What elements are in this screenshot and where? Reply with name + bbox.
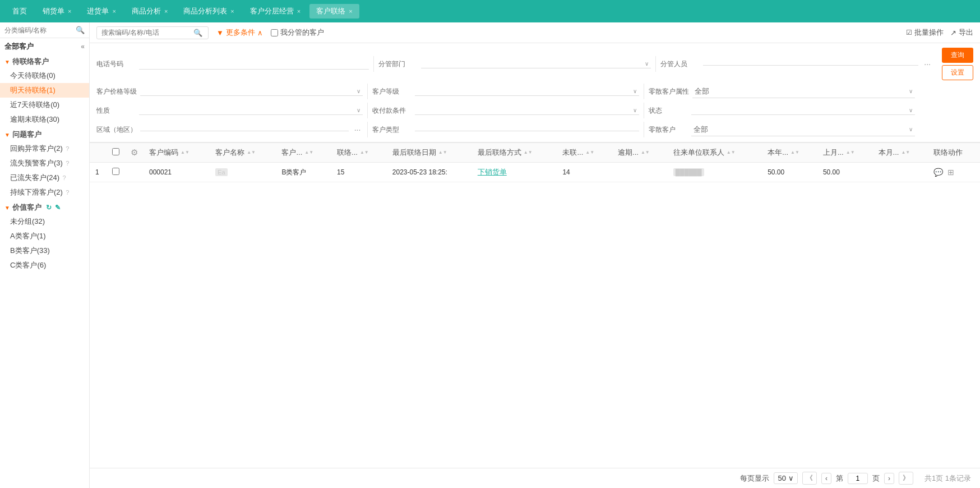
toolbar-right: ☑ 批量操作 ↗ 导出 — [906, 27, 973, 38]
search-input[interactable] — [101, 29, 191, 36]
export-btn[interactable]: ↗ 导出 — [950, 27, 973, 38]
col-this-year: 本年... ▲▼ — [762, 143, 817, 163]
prev-page-btn[interactable]: ‹ — [821, 473, 831, 484]
top-nav: 首页 销货单 × 进货单 × 商品分析 × 商品分析列表 × 客户分层经营 × … — [0, 0, 980, 22]
nav-home[interactable]: 首页 — [6, 4, 34, 19]
batch-op-btn[interactable]: ☑ 批量操作 — [906, 27, 944, 38]
sidebar-item-today[interactable]: 今天待联络(0) — [0, 68, 89, 83]
filter-status-select[interactable]: ∨ — [691, 106, 915, 115]
sort-this-month-icon[interactable]: ▲▼ — [901, 150, 910, 155]
col-last-contact-method: 最后联络方式 ▲▼ — [472, 143, 557, 163]
sidebar-item-lost[interactable]: 已流失客户(24) ? — [0, 171, 89, 185]
search-icon[interactable]: 🔍 — [193, 29, 202, 37]
collapse-sidebar-icon[interactable]: « — [81, 43, 85, 50]
sidebar-item-tomorrow[interactable]: 明天待联络(1) — [0, 83, 89, 98]
sidebar-item-ungrouped[interactable]: 未分组(32) — [0, 214, 89, 229]
close-goods-analysis-icon[interactable]: × — [164, 8, 168, 15]
filter-divider-5 — [367, 103, 368, 118]
sort-uncontact-icon[interactable]: ▲▼ — [585, 150, 594, 155]
cell-partner-contact: ██████ — [668, 163, 762, 182]
query-button[interactable]: 查询 — [942, 48, 973, 63]
sidebar-search-input[interactable] — [4, 26, 73, 34]
filter-region-select[interactable] — [140, 128, 349, 131]
sidebar-item-a-class[interactable]: A类客户(1) — [0, 229, 89, 243]
chat-action-icon[interactable]: 💬 — [933, 168, 943, 177]
filter-cust-level-select[interactable]: ∨ — [415, 87, 639, 96]
select-all-checkbox[interactable] — [112, 148, 119, 155]
sort-code-icon[interactable]: ▲▼ — [181, 150, 189, 155]
filter-retail-attr-select[interactable]: 全部 ∨ — [692, 85, 915, 98]
col-uncontact: 未联... ▲▼ — [557, 143, 612, 163]
close-customer-tier-icon[interactable]: × — [297, 8, 301, 15]
sort-contact-icon[interactable]: ▲▼ — [360, 150, 369, 155]
sidebar-item-7days[interactable]: 近7天待联络(0) — [0, 98, 89, 112]
sidebar-search-icon[interactable]: 🔍 — [76, 26, 85, 34]
sidebar-item-repurchase-abnormal[interactable]: 回购异常客户(2) ? — [0, 141, 89, 156]
filter-person-dots[interactable]: ··· — [922, 59, 933, 68]
sidebar-item-overdue-contact[interactable]: 逾期未联络(30) — [0, 112, 89, 127]
page-label: 第 — [836, 473, 843, 484]
sort-name-icon[interactable]: ▲▼ — [247, 150, 256, 155]
sidebar-item-b-class[interactable]: B类客户(33) — [0, 243, 89, 258]
filter-cust-type: 客户类型 — [372, 125, 639, 135]
filter-payment-select[interactable]: ∨ — [415, 106, 639, 115]
sort-last-method-icon[interactable]: ▲▼ — [524, 150, 533, 155]
filter-price-level-select[interactable]: ∨ — [140, 87, 363, 96]
close-sales-icon[interactable]: × — [68, 8, 71, 15]
first-page-btn[interactable]: 《 — [802, 472, 817, 485]
sort-cust-type-icon[interactable]: ▲▼ — [304, 150, 313, 155]
grid-action-icon[interactable]: ⊞ — [947, 168, 954, 177]
sort-overdue-icon[interactable]: ▲▼ — [641, 150, 650, 155]
nature-arrow: ∨ — [357, 107, 360, 113]
row-checkbox[interactable] — [112, 168, 119, 175]
table-row: 1 000021 Ea B类客户 15 2023-05-23 18:25: — [90, 163, 980, 182]
gear-icon[interactable]: ⚙ — [131, 148, 138, 157]
my-customer-checkbox[interactable] — [271, 29, 278, 36]
filter-status-label: 状态 — [649, 106, 688, 116]
filter-divider-4 — [644, 84, 644, 99]
nav-sales[interactable]: 销货单 × — [36, 4, 78, 19]
sort-partner-icon[interactable]: ▲▼ — [727, 150, 736, 155]
nav-customer-tier[interactable]: 客户分层经营 × — [243, 4, 307, 19]
filter-person-select[interactable] — [703, 63, 918, 66]
page-number-input[interactable] — [848, 473, 868, 484]
sort-last-date-icon[interactable]: ▲▼ — [438, 150, 447, 155]
filter-divider-7 — [367, 122, 368, 137]
sort-last-month-icon[interactable]: ▲▼ — [846, 150, 855, 155]
close-purchase-icon[interactable]: × — [112, 8, 115, 15]
filter-cust-level: 客户等级 ∨ — [372, 87, 639, 96]
filter-retail-cust-select[interactable]: 全部 ∨ — [691, 123, 915, 136]
refresh-value-icon[interactable]: ↻ — [46, 204, 52, 211]
edit-value-icon[interactable]: ✎ — [55, 204, 61, 211]
filter-region-dots[interactable]: ··· — [352, 125, 363, 134]
filter-nature-select[interactable]: ∨ — [139, 106, 363, 115]
content-area: 🔍 ▼ 更多条件 ∧ 我分管的客户 ☑ 批量操作 ↗ 导出 — [90, 22, 980, 488]
filter-phone-input[interactable] — [139, 59, 369, 70]
filter-cust-type-select[interactable] — [415, 128, 639, 131]
filter-icon: ▼ — [216, 29, 224, 37]
close-goods-analysis-list-icon[interactable]: × — [230, 8, 234, 15]
filter-more-btn[interactable]: ▼ 更多条件 ∧ — [213, 26, 266, 39]
contact-method-link[interactable]: 下销货单 — [478, 168, 507, 176]
filter-cust-type-label: 客户类型 — [372, 125, 412, 135]
next-page-btn[interactable]: › — [884, 473, 894, 484]
cell-index: 1 — [90, 163, 107, 182]
sidebar-item-lost-risk[interactable]: 流失预警客户(3) ? — [0, 156, 89, 171]
sidebar-item-c-class[interactable]: C类客户(6) — [0, 258, 89, 273]
my-customer-checkbox-area[interactable]: 我分管的客户 — [271, 27, 324, 38]
sidebar-item-declining[interactable]: 持续下滑客户(2) ? — [0, 185, 89, 200]
settings-button[interactable]: 设置 — [942, 65, 973, 80]
nav-customer-contact[interactable]: 客户联络 × — [309, 4, 359, 19]
cell-uncontact: 14 — [557, 163, 612, 182]
page-size-select[interactable]: 50 ∨ — [774, 472, 797, 484]
all-customers-header[interactable]: 全部客户 « — [0, 38, 89, 54]
filter-divider-2 — [655, 56, 656, 72]
close-customer-contact-icon[interactable]: × — [349, 8, 352, 15]
nav-purchase[interactable]: 进货单 × — [80, 4, 122, 19]
filter-dept-select[interactable]: ∨ — [421, 59, 651, 68]
sort-this-year-icon[interactable]: ▲▼ — [791, 150, 799, 155]
pagination-bar: 每页显示 50 ∨ 《 ‹ 第 页 › 》 共1页 1条记录 — [90, 468, 980, 488]
nav-goods-analysis[interactable]: 商品分析 × — [125, 4, 174, 19]
last-page-btn[interactable]: 》 — [899, 472, 913, 485]
nav-goods-analysis-list[interactable]: 商品分析列表 × — [177, 4, 241, 19]
